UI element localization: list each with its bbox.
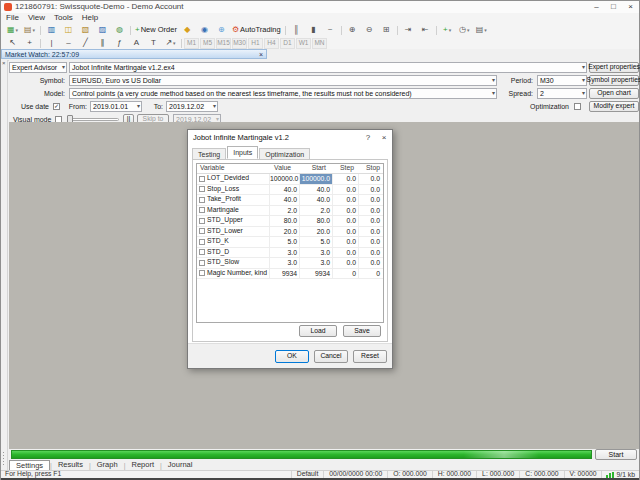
tab-settings[interactable]: Settings xyxy=(9,460,50,470)
row-checkbox[interactable] xyxy=(199,249,205,255)
dialog-tab-testing[interactable]: Testing xyxy=(192,148,226,159)
stop-cell[interactable]: 0.0 xyxy=(359,237,383,247)
menu-tools[interactable]: Tools xyxy=(54,14,73,22)
periods-button[interactable]: ◷▾ xyxy=(456,24,473,37)
table-row[interactable]: Magic Number, kind of...9934993400 xyxy=(197,269,383,280)
start-cell[interactable]: 20.0 xyxy=(300,227,333,237)
arrows-button[interactable]: ↗▾ xyxy=(162,37,179,50)
value-cell[interactable]: 3.0 xyxy=(270,258,300,268)
row-checkbox[interactable] xyxy=(199,239,205,245)
dialog-help-icon[interactable]: ? xyxy=(360,130,376,145)
stop-cell[interactable]: 0.0 xyxy=(359,185,383,195)
tab-results[interactable]: Results xyxy=(52,460,89,470)
tab-journal[interactable]: Journal xyxy=(162,460,199,470)
dialog-tab-inputs[interactable]: Inputs xyxy=(227,146,258,159)
table-row[interactable]: STD_D3.03.00.00.0 xyxy=(197,248,383,259)
profiles-button[interactable]: ▤▾ xyxy=(21,24,38,37)
timeframe-m1-button[interactable]: M1 xyxy=(184,38,199,49)
row-checkbox[interactable] xyxy=(199,228,205,234)
timeframe-m30-button[interactable]: M30 xyxy=(232,38,247,49)
row-checkbox[interactable] xyxy=(199,186,205,192)
use-date-checkbox[interactable]: ✓ xyxy=(53,103,60,110)
row-checkbox[interactable] xyxy=(199,270,205,276)
table-row[interactable]: STD_Upper80.080.00.00.0 xyxy=(197,216,383,227)
candlestick-chart-button[interactable]: ▮ xyxy=(305,24,322,37)
text-button[interactable]: A xyxy=(128,37,145,50)
from-date-field[interactable]: 2019.01.01 xyxy=(90,101,142,112)
timeframe-m5-button[interactable]: M5 xyxy=(200,38,215,49)
table-row[interactable]: STD_Slow3.03.00.00.0 xyxy=(197,258,383,269)
cancel-button[interactable]: Cancel xyxy=(314,350,348,363)
timeframe-h4-button[interactable]: H4 xyxy=(264,38,279,49)
stop-cell[interactable]: 0.0 xyxy=(359,195,383,205)
trendline-button[interactable]: ╱ xyxy=(77,37,94,50)
market-watch-button[interactable]: ▥ xyxy=(43,24,60,37)
metaeditor-button[interactable]: ◆ xyxy=(179,24,196,37)
stop-cell[interactable]: 0.0 xyxy=(359,227,383,237)
close-tester-panel-icon[interactable]: × xyxy=(2,60,6,66)
column-header-stop[interactable]: Stop xyxy=(356,165,383,172)
start-cell[interactable]: 5.0 xyxy=(300,237,333,247)
timeframe-d1-button[interactable]: D1 xyxy=(280,38,295,49)
start-cell[interactable]: 2.0 xyxy=(300,206,333,216)
column-header-step[interactable]: Step xyxy=(328,165,356,172)
timeframe-mn-button[interactable]: MN xyxy=(312,38,327,49)
ok-button[interactable]: OK xyxy=(275,350,309,363)
fibonacci-button[interactable]: ƒ xyxy=(111,37,128,50)
cursor-button[interactable]: ↖ xyxy=(4,37,21,50)
value-cell[interactable]: 3.0 xyxy=(270,248,300,258)
start-cell[interactable]: 3.0 xyxy=(300,248,333,258)
stop-cell[interactable]: 0 xyxy=(359,269,383,279)
start-cell[interactable]: 100000.0 xyxy=(300,174,333,184)
expert-properties-button[interactable]: Expert properties xyxy=(589,62,639,73)
tab-graph[interactable]: Graph xyxy=(91,460,124,470)
start-cell[interactable]: 9934 xyxy=(300,269,333,279)
timeframe-w1-button[interactable]: W1 xyxy=(296,38,311,49)
stop-cell[interactable]: 0.0 xyxy=(359,216,383,226)
channel-button[interactable]: ∥ xyxy=(94,37,111,50)
timeframe-h1-button[interactable]: H1 xyxy=(248,38,263,49)
row-checkbox[interactable] xyxy=(199,197,205,203)
value-cell[interactable]: 5.0 xyxy=(270,237,300,247)
period-selector[interactable]: M30 xyxy=(537,75,587,86)
step-cell[interactable]: 0.0 xyxy=(333,237,359,247)
stop-cell[interactable]: 0.0 xyxy=(359,174,383,184)
value-cell[interactable]: 9934 xyxy=(270,269,300,279)
line-chart-button[interactable]: ~ xyxy=(322,24,339,37)
auto-scroll-button[interactable]: ⇥ xyxy=(400,24,417,37)
indicators-button[interactable]: +▾ xyxy=(439,24,456,37)
value-cell[interactable]: 40.0 xyxy=(270,195,300,205)
strategy-tester-button[interactable]: ◍ xyxy=(111,24,128,37)
menu-view[interactable]: View xyxy=(28,14,45,22)
step-cell[interactable]: 0.0 xyxy=(333,195,359,205)
reset-button[interactable]: Reset xyxy=(353,350,387,363)
optimization-checkbox[interactable] xyxy=(574,103,581,110)
market-watch-header[interactable]: Market Watch: 22:57:09 × xyxy=(1,49,267,59)
vertical-line-button[interactable]: | xyxy=(43,37,60,50)
dialog-close-icon[interactable]: × xyxy=(376,130,392,145)
table-row[interactable]: STD_Lower20.020.00.00.0 xyxy=(197,227,383,238)
tab-report[interactable]: Report xyxy=(125,460,160,470)
maximize-icon[interactable]: □ xyxy=(605,1,622,13)
expert-advisor-selector[interactable]: Jobot Infinite Martingale v1.2.ex4 xyxy=(69,62,587,73)
symbol-selector[interactable]: EURUSD, Euro vs US Dollar xyxy=(69,75,497,86)
modify-expert-button[interactable]: Modify expert xyxy=(589,101,639,112)
table-row[interactable]: Martingale2.02.00.00.0 xyxy=(197,206,383,217)
value-cell[interactable]: 100000.0 xyxy=(270,174,300,184)
tile-windows-button[interactable]: ⊞ xyxy=(378,24,395,37)
open-chart-button[interactable]: Open chart xyxy=(589,88,639,99)
data-window-button[interactable]: ◫ xyxy=(60,24,77,37)
dialog-title-bar[interactable]: Jobot Infinite Martingale v1.2 ? × xyxy=(188,130,392,145)
symbol-properties-button[interactable]: Symbol properties xyxy=(589,75,639,86)
experts-button[interactable]: ◉ xyxy=(196,24,213,37)
text-label-button[interactable]: T xyxy=(145,37,162,50)
column-header-value[interactable]: Value xyxy=(261,165,293,172)
visual-speed-slider[interactable] xyxy=(67,118,119,121)
zoom-in-button[interactable]: ⊕ xyxy=(344,24,361,37)
row-checkbox[interactable] xyxy=(199,218,205,224)
minimize-icon[interactable]: – xyxy=(588,1,605,13)
step-cell[interactable]: 0.0 xyxy=(333,248,359,258)
menu-help[interactable]: Help xyxy=(82,14,98,22)
autotrading-button[interactable]: ⚙AutoTrading xyxy=(230,24,283,37)
value-cell[interactable]: 40.0 xyxy=(270,185,300,195)
